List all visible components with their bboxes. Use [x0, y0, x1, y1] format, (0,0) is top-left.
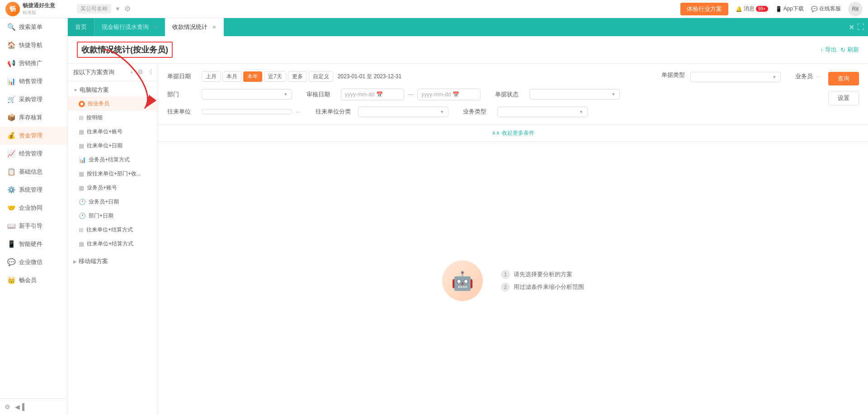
- settings-button[interactable]: 设置: [828, 91, 859, 105]
- online-service-btn[interactable]: 💬 在线客服: [811, 5, 841, 13]
- counterpart-control: ···: [202, 108, 301, 115]
- logo-icon: 畅: [5, 2, 20, 16]
- sidebar-item-purchase[interactable]: 🛒 采购管理: [0, 90, 67, 108]
- date-dash: —: [408, 91, 414, 98]
- avatar[interactable]: Rit: [848, 2, 863, 16]
- notification-btn[interactable]: 🔔 消息 99+: [736, 5, 768, 13]
- sidebar-label-operation: 经营管理: [19, 150, 42, 158]
- refresh-btn[interactable]: ↻ 刷新: [840, 46, 859, 54]
- doc-status-chevron: ▼: [611, 92, 616, 97]
- scheme-item-dept-date[interactable]: 🕐 部门+日期: [68, 209, 158, 223]
- scheme-label-salesman: 按业务员: [88, 100, 109, 108]
- doc-type-label: 单据类型: [661, 71, 685, 78]
- counterpart-select[interactable]: [202, 109, 292, 114]
- date-btn-custom[interactable]: 自定义: [309, 71, 333, 82]
- sidebar-item-operation[interactable]: 📈 经营管理: [0, 145, 67, 163]
- sidebar-item-vip[interactable]: 👑 畅会员: [0, 271, 67, 289]
- dept-label: 部门: [167, 90, 194, 99]
- sidebar-item-hardware[interactable]: 📱 智能硬件: [0, 235, 67, 253]
- date-btn-more[interactable]: 更多: [288, 71, 307, 82]
- scheme-collapse-btn[interactable]: 《: [146, 68, 152, 76]
- tab-maximize-btn[interactable]: ⛶: [857, 23, 864, 31]
- scheme-label-partner-account: 往来单位+账号: [87, 128, 123, 136]
- pc-scheme-header[interactable]: ▼ 电脑端方案: [68, 83, 158, 97]
- bell-icon: 🔔: [736, 6, 742, 12]
- doc-type-select[interactable]: ▼: [690, 72, 781, 82]
- purchase-icon: 🛒: [7, 95, 15, 104]
- mobile-scheme-label: 移动端方案: [79, 257, 108, 265]
- download-icon: 📱: [775, 6, 782, 12]
- dept-select[interactable]: ▼: [202, 89, 292, 99]
- app-download-btn[interactable]: 📱 App下载: [775, 5, 804, 13]
- breadcrumb: 某公司名称: [77, 4, 111, 14]
- clock-icon: 🕐: [79, 198, 86, 205]
- tab-bank-flow-close[interactable]: ✕: [153, 24, 157, 30]
- sidebar-item-system[interactable]: ⚙️ 系统管理: [0, 181, 67, 199]
- scheme-item-detail[interactable]: ⊞ 按明细: [68, 111, 158, 125]
- sidebar-item-finance[interactable]: 💰 资金管理: [0, 127, 67, 145]
- chart-icon: 📊: [79, 156, 86, 163]
- settings-icon[interactable]: ⚙: [124, 5, 131, 13]
- sidebar-item-basic[interactable]: 📋 基础信息: [0, 163, 67, 181]
- mobile-scheme-header[interactable]: ▶ 移动端方案: [68, 255, 158, 268]
- sidebar-item-inventory[interactable]: 📦 库存核算: [0, 108, 67, 127]
- review-date-start[interactable]: yyyy-mm-dd 📅: [341, 89, 404, 100]
- filter-rows-left: 单据日期 上月 本月 本年 近7天 更多: [167, 71, 821, 117]
- scheme-item-salesman-payment[interactable]: 📊 业务员+结算方式: [68, 153, 158, 167]
- calendar-start-icon[interactable]: 📅: [376, 91, 383, 98]
- content-area: 首页 现金银行流水查询 ✕ 收款情况统计 ✕ ✕ ⛶ 收款情况统计(按业务员): [68, 18, 868, 415]
- scheme-header-left: 按以下方案查询: [73, 68, 114, 76]
- clock2-icon: 🕐: [79, 212, 86, 219]
- scheme-item-partner-account[interactable]: ▦ 往来单位+账号: [68, 125, 158, 139]
- inventory-icon: 📦: [7, 113, 15, 122]
- scheme-settings-btn[interactable]: ⚙: [137, 68, 143, 76]
- sidebar-item-marketing[interactable]: 📢 营销推广: [0, 54, 67, 72]
- sidebar-item-search[interactable]: 🔍 搜索菜单: [0, 18, 67, 36]
- empty-illustration: 🤖: [442, 260, 483, 301]
- scheme-label-partner-date: 往来单位+日期: [87, 142, 123, 150]
- doc-status-select[interactable]: ▼: [529, 89, 620, 99]
- sidebar-item-sales[interactable]: 📊 销售管理: [0, 72, 67, 90]
- date-btn-7days[interactable]: 近7天: [264, 71, 286, 82]
- tab-home[interactable]: 首页: [68, 18, 94, 36]
- doc-type-chevron: ▼: [772, 75, 777, 80]
- scheme-header-title: 按以下方案查询: [73, 68, 114, 76]
- step-2-text: 用过滤条件来缩小分析范围: [514, 283, 584, 291]
- scheme-item-salesman-acct[interactable]: ▦ 业务员+账号: [68, 181, 158, 195]
- query-button[interactable]: 查询: [828, 72, 859, 85]
- sidebar-item-quicknav[interactable]: 🏠 快捷导航: [0, 36, 67, 54]
- chevron-down-icon[interactable]: ▼: [115, 5, 121, 12]
- export-btn[interactable]: ↑ 导出: [821, 46, 837, 54]
- collapse-sidebar-icon[interactable]: ◀▐: [15, 403, 24, 410]
- logo-text-block: 畅捷通好生意 标准版: [23, 2, 55, 16]
- counterpart-cat-select[interactable]: ▼: [358, 107, 448, 117]
- date-btn-thisyear[interactable]: 本年: [243, 71, 262, 82]
- counterpart-more-icon[interactable]: ···: [296, 108, 301, 115]
- collapse-more-conditions[interactable]: ∧∧ 收起更多条件: [158, 125, 868, 142]
- settings-bottom-icon[interactable]: ⚙: [5, 403, 10, 410]
- review-date-end[interactable]: yyyy-mm-dd 📅: [417, 89, 481, 100]
- add-scheme-btn[interactable]: ＋: [128, 68, 135, 76]
- trial-button[interactable]: 体验行业方案: [680, 3, 728, 15]
- scheme-item-partner-payment1[interactable]: ⊞ 往来单位+结算方式: [68, 223, 158, 237]
- top-header: 畅 畅捷通好生意 标准版 某公司名称 ▼ ⚙ 体验行业方案 🔔 消息 99+ 📱…: [0, 0, 868, 18]
- date-btn-lastmonth[interactable]: 上月: [202, 71, 221, 82]
- counterpart-cat-chevron: ▼: [440, 109, 444, 114]
- salesman-more-icon[interactable]: ···: [816, 73, 821, 80]
- scheme-item-partner-date[interactable]: ▦ 往来单位+日期: [68, 139, 158, 153]
- tab-collection-stats-close[interactable]: ✕: [212, 24, 216, 30]
- date-btn-thismonth[interactable]: 本月: [222, 71, 241, 82]
- scheme-item-partner-dept[interactable]: ▦ 按往来单位+部门+收...: [68, 167, 158, 181]
- tab-close-window-btn[interactable]: ✕: [849, 23, 854, 32]
- scheme-item-salesman[interactable]: 按业务员: [68, 97, 158, 111]
- scheme-item-partner-payment2[interactable]: ▦ 往来单位+结算方式: [68, 237, 158, 251]
- sidebar-item-guide[interactable]: 📖 新手引导: [0, 217, 67, 235]
- tab-spacer: [224, 18, 845, 36]
- biz-type-select[interactable]: ▼: [497, 107, 588, 117]
- tab-bank-flow[interactable]: 现金银行流水查询 ✕: [94, 18, 165, 36]
- sidebar-item-wechat[interactable]: 💬 企业微信: [0, 253, 67, 271]
- scheme-item-salesman-date[interactable]: 🕐 业务员+日期: [68, 195, 158, 209]
- tab-collection-stats[interactable]: 收款情况统计 ✕: [165, 18, 224, 36]
- calendar-end-icon[interactable]: 📅: [453, 91, 459, 98]
- sidebar-item-collab[interactable]: 🤝 企业协同: [0, 199, 67, 217]
